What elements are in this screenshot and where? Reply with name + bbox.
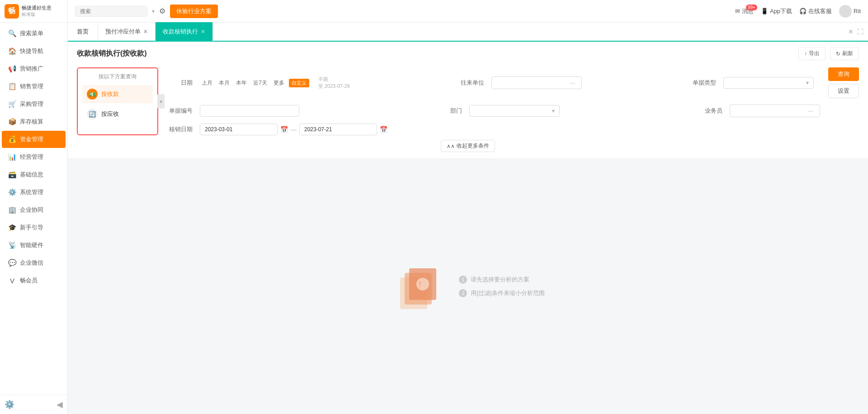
- doc-type-select[interactable]: ▾: [723, 77, 814, 89]
- weixin-icon: 💬: [8, 259, 16, 267]
- party-select[interactable]: ···: [491, 76, 582, 89]
- doc-no-label: 单据编号: [167, 107, 193, 115]
- verify-start-input[interactable]: [200, 124, 278, 135]
- tab-collection[interactable]: 收款核销执行 ✕: [156, 22, 213, 41]
- staff-dots[interactable]: ···: [806, 107, 815, 114]
- query-btn[interactable]: 查询: [828, 67, 859, 81]
- filter-row-2: 单据编号 部门 ▾ 业务员 ···: [167, 105, 859, 117]
- sidebar-item-basic[interactable]: 🗃️ 基础信息: [2, 166, 66, 183]
- avatar: [839, 5, 852, 18]
- tip-num-1: 1: [459, 276, 467, 284]
- settings-btn[interactable]: 设置: [828, 84, 859, 98]
- logo-sub: 标准版: [22, 11, 52, 18]
- sidebar-item-finance[interactable]: 💰 资金管理: [2, 131, 66, 148]
- more-conditions-btn[interactable]: ∧∧ 收起更多条件: [441, 140, 495, 152]
- finance-icon: 💰: [8, 135, 16, 143]
- tabbar-actions: ✕ ⛶: [848, 28, 868, 35]
- date-7days[interactable]: 近7天: [251, 78, 269, 88]
- doc-type-dropdown-icon: ▾: [806, 80, 809, 86]
- verify-date-label: 核销日期: [167, 125, 193, 133]
- message-item[interactable]: ✉ 消息 99+: [735, 7, 754, 15]
- staff-select[interactable]: ···: [730, 105, 820, 117]
- system-icon: ⚙️: [8, 188, 16, 196]
- filter-row-3: 核销日期 📅 — 📅: [167, 124, 859, 135]
- date-custom[interactable]: 自定义: [289, 79, 309, 87]
- verify-end-cal-icon[interactable]: 📅: [380, 126, 387, 133]
- date-no-limit: 不限: [318, 76, 350, 83]
- tab-prepay[interactable]: 预付冲应付单 ✕: [98, 22, 156, 41]
- date-this-year[interactable]: 本年: [234, 78, 249, 88]
- member-icon: V: [8, 277, 16, 285]
- topbar-search-input[interactable]: [75, 6, 147, 17]
- user-name: Rit: [854, 8, 861, 14]
- collapse-icon[interactable]: ◀: [57, 400, 63, 409]
- dept-dropdown-icon: ▾: [552, 108, 555, 114]
- tip-num-2: 2: [459, 289, 467, 297]
- logo-icon: 畅: [5, 4, 19, 19]
- verify-start-cal-icon[interactable]: 📅: [280, 126, 288, 133]
- service-item[interactable]: 🎧 在线客服: [799, 7, 832, 15]
- receipt-icon: 💵: [87, 89, 98, 100]
- sidebar-item-quicknav[interactable]: 🏠 快捷导航: [2, 43, 66, 60]
- app-label: App下载: [770, 7, 792, 15]
- guide-icon: 🎓: [8, 224, 16, 232]
- refresh-btn[interactable]: ↻ 刷新: [830, 47, 859, 60]
- logo: 畅 畅捷通好生意 标准版: [0, 0, 67, 23]
- empty-svg: !: [391, 259, 445, 314]
- receivable-icon: 🔄: [87, 109, 98, 119]
- sidebar-bottom: ⚙️ ◀: [0, 395, 67, 414]
- dept-select[interactable]: ▾: [469, 105, 560, 117]
- sidebar-item-system[interactable]: ⚙️ 系统管理: [2, 184, 66, 201]
- industry-btn[interactable]: 休验行业方案: [170, 5, 218, 18]
- sales-icon: 📋: [8, 82, 16, 90]
- user-item[interactable]: Rit: [839, 5, 861, 18]
- app-download-item[interactable]: 📱 App下载: [761, 7, 792, 15]
- close-tab-btn[interactable]: ✕: [848, 28, 854, 35]
- verify-date-separator: —: [291, 126, 297, 133]
- sidebar-item-guide[interactable]: 🎓 新手引导: [2, 219, 66, 236]
- verify-end-input[interactable]: [299, 124, 377, 135]
- sidebar-item-sales[interactable]: 📋 销售管理: [2, 78, 66, 95]
- collapse-filter-btn[interactable]: «: [157, 94, 165, 109]
- date-more[interactable]: 更多: [272, 78, 286, 88]
- sidebar-item-purchase[interactable]: 🛒 采购管理: [2, 95, 66, 113]
- expand-tab-btn[interactable]: ⛶: [857, 28, 863, 35]
- empty-tip-2: 2 用[过滤]条件来缩小分析范围: [459, 289, 544, 297]
- filter-by-receivable[interactable]: 🔄 按应收: [82, 105, 153, 123]
- service-label: 在线客服: [808, 7, 832, 15]
- sidebar-item-enterprise[interactable]: 🏢 企业协同: [2, 201, 66, 219]
- tab-home[interactable]: 首页: [68, 22, 98, 41]
- sidebar: 畅 畅捷通好生意 标准版 🔍 搜索菜单 🏠 快捷导航 📢 营销推广 📋 销售管理…: [0, 0, 68, 414]
- date-label: 日期: [167, 79, 193, 87]
- search-icon: 🔍: [8, 29, 16, 38]
- sidebar-item-search[interactable]: 🔍 搜索菜单: [2, 25, 66, 42]
- hardware-icon: 📡: [8, 241, 16, 249]
- sidebar-item-member[interactable]: V 畅会员: [2, 272, 66, 289]
- tab-collection-close[interactable]: ✕: [201, 22, 205, 41]
- settings-bottom-icon[interactable]: ⚙️: [5, 400, 14, 409]
- sidebar-item-inventory[interactable]: 📦 库存核算: [2, 113, 66, 130]
- date-last-month[interactable]: 上月: [200, 78, 214, 88]
- date-this-month[interactable]: 本月: [217, 78, 231, 88]
- filter-by-receipt[interactable]: 💵 按收款: [82, 85, 153, 103]
- sidebar-item-hardware[interactable]: 📡 智能硬件: [2, 237, 66, 254]
- service-icon: 🎧: [799, 8, 807, 14]
- sidebar-item-weixin[interactable]: 💬 企业微信: [2, 254, 66, 271]
- party-dots[interactable]: ···: [568, 79, 577, 86]
- date-shortcut-group: 上月 本月 本年 近7天 更多 自定义: [200, 78, 309, 88]
- tab-prepay-close[interactable]: ✕: [143, 22, 148, 41]
- message-badge: 99+: [746, 5, 757, 10]
- sidebar-item-marketing[interactable]: 📢 营销推广: [2, 60, 66, 77]
- main: ▾ ⚙ 休验行业方案 ✉ 消息 99+ 📱 App下载 🎧 在线客服 Rit: [68, 0, 868, 414]
- filter-row-1: 日期 上月 本月 本年 近7天 更多 自定义 不限 至 2023-07-26: [167, 67, 859, 98]
- sidebar-item-operation[interactable]: 📊 经营管理: [2, 148, 66, 166]
- verify-date-group: 📅 — 📅: [200, 124, 387, 135]
- topbar-gear-icon[interactable]: ⚙: [159, 7, 165, 15]
- topbar-chevron-icon: ▾: [152, 8, 155, 14]
- empty-tip-1: 1 请先选择要分析的方案: [459, 276, 544, 284]
- inventory-icon: 📦: [8, 118, 16, 126]
- export-btn[interactable]: ↑ 导出: [798, 47, 826, 60]
- tabbar: 首页 预付冲应付单 ✕ 收款核销执行 ✕ ✕ ⛶: [68, 23, 868, 42]
- doc-no-input[interactable]: [200, 105, 299, 117]
- staff-label: 业务员: [697, 107, 722, 115]
